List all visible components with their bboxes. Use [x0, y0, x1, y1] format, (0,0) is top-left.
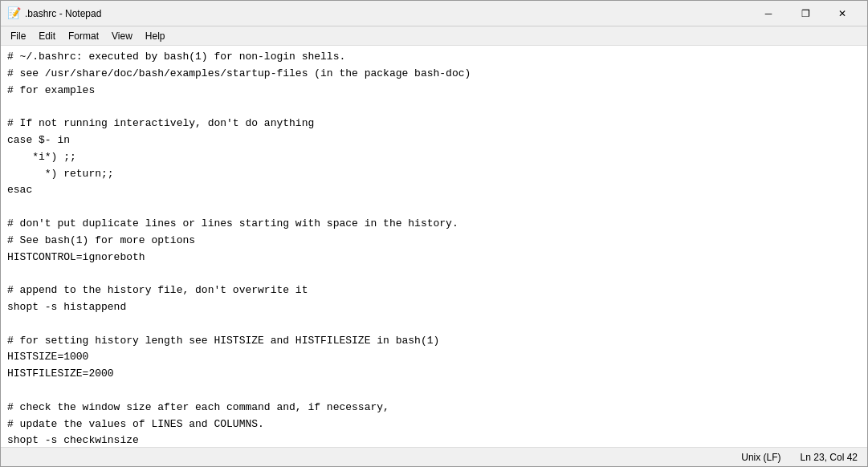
- app-icon: 📝: [7, 7, 20, 20]
- close-button[interactable]: ✕: [824, 1, 861, 26]
- menu-view[interactable]: View: [105, 29, 139, 43]
- window-controls: ─ ❐ ✕: [750, 1, 861, 26]
- menu-help[interactable]: Help: [139, 29, 172, 43]
- window-title: .bashrc - Notepad: [25, 8, 750, 19]
- position-status: Ln 23, Col 42: [801, 452, 858, 463]
- content-area: [1, 46, 867, 447]
- menu-format[interactable]: Format: [62, 29, 105, 43]
- restore-button[interactable]: ❐: [787, 1, 824, 26]
- menu-bar: File Edit Format View Help: [1, 26, 867, 46]
- menu-file[interactable]: File: [4, 29, 32, 43]
- text-editor[interactable]: [1, 46, 867, 447]
- status-bar: Unix (LF) Ln 23, Col 42: [1, 447, 867, 466]
- minimize-button[interactable]: ─: [750, 1, 787, 26]
- encoding-status: Unix (LF): [741, 452, 780, 463]
- notepad-window: 📝 .bashrc - Notepad ─ ❐ ✕ File Edit Form…: [0, 0, 868, 467]
- menu-edit[interactable]: Edit: [32, 29, 62, 43]
- title-bar: 📝 .bashrc - Notepad ─ ❐ ✕: [1, 1, 867, 26]
